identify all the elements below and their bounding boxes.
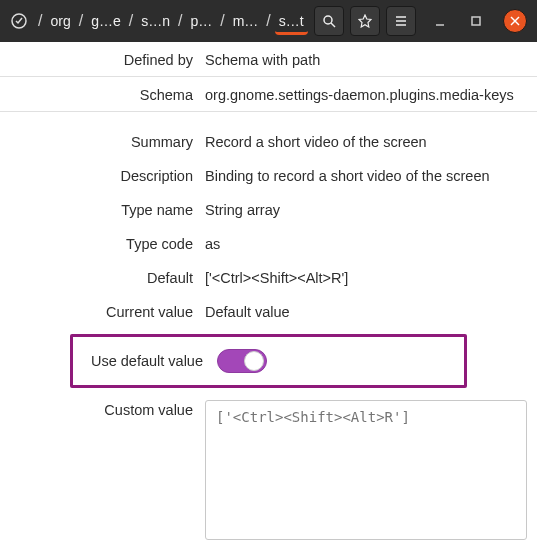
app-icon <box>8 10 30 32</box>
maximize-icon <box>470 15 482 27</box>
crumb-settings-daemon[interactable]: s…n <box>137 7 174 35</box>
label-schema: Schema <box>10 85 205 103</box>
value-type-code: as <box>205 234 527 252</box>
label-type-code: Type code <box>10 234 205 252</box>
row-defined-by: Defined by Schema with path <box>0 42 537 77</box>
crumb-sep: / <box>36 12 44 30</box>
menu-button[interactable] <box>386 6 416 36</box>
crumb-sep: / <box>127 12 135 30</box>
crumb-org[interactable]: org <box>46 7 74 35</box>
label-custom-value: Custom value <box>10 400 205 418</box>
titlebar: / org / g…e / s…n / p… / m… / s…t <box>0 0 537 42</box>
search-icon <box>322 14 336 28</box>
value-schema: org.gnome.settings-daemon.plugins.media-… <box>205 85 527 103</box>
label-description: Description <box>10 166 205 184</box>
close-icon <box>510 16 520 26</box>
close-button[interactable] <box>503 9 527 33</box>
crumb-key[interactable]: s…t <box>275 7 308 35</box>
row-type-name: Type name String array <box>0 192 537 226</box>
crumb-sep: / <box>218 12 226 30</box>
label-use-default: Use default value <box>83 353 203 369</box>
label-default: Default <box>10 268 205 286</box>
row-summary: Summary Record a short video of the scre… <box>0 124 537 158</box>
label-type-name: Type name <box>10 200 205 218</box>
row-current-value: Current value Default value <box>0 294 537 328</box>
row-custom-value: Custom value <box>0 394 537 541</box>
minimize-button[interactable] <box>425 6 455 36</box>
use-default-switch[interactable] <box>217 349 267 373</box>
crumb-gnome[interactable]: g…e <box>87 7 125 35</box>
crumb-sep: / <box>264 12 272 30</box>
value-defined-by: Schema with path <box>205 50 527 68</box>
custom-value-input[interactable] <box>205 400 527 540</box>
label-current-value: Current value <box>10 302 205 320</box>
svg-line-2 <box>331 23 335 27</box>
search-button[interactable] <box>314 6 344 36</box>
svg-point-1 <box>324 16 332 24</box>
minimize-icon <box>434 15 446 27</box>
switch-knob <box>244 351 264 371</box>
crumb-plugins[interactable]: p… <box>186 7 216 35</box>
value-description: Binding to record a short video of the s… <box>205 166 527 184</box>
row-default: Default ['<Ctrl><Shift><Alt>R'] <box>0 260 537 294</box>
use-default-box: Use default value <box>70 334 467 388</box>
crumb-media-keys[interactable]: m… <box>229 7 263 35</box>
value-summary: Record a short video of the screen <box>205 132 527 150</box>
maximize-button[interactable] <box>461 6 491 36</box>
star-icon <box>358 14 372 28</box>
row-description: Description Binding to record a short vi… <box>0 158 537 192</box>
label-defined-by: Defined by <box>10 50 205 68</box>
row-schema: Schema org.gnome.settings-daemon.plugins… <box>0 77 537 112</box>
content: Defined by Schema with path Schema org.g… <box>0 42 537 541</box>
value-current-value: Default value <box>205 302 527 320</box>
bookmark-button[interactable] <box>350 6 380 36</box>
label-summary: Summary <box>10 132 205 150</box>
svg-rect-7 <box>472 17 480 25</box>
crumb-sep: / <box>77 12 85 30</box>
value-default: ['<Ctrl><Shift><Alt>R'] <box>205 268 527 286</box>
crumb-sep: / <box>176 12 184 30</box>
row-type-code: Type code as <box>0 226 537 260</box>
value-type-name: String array <box>205 200 527 218</box>
hamburger-icon <box>394 14 408 28</box>
